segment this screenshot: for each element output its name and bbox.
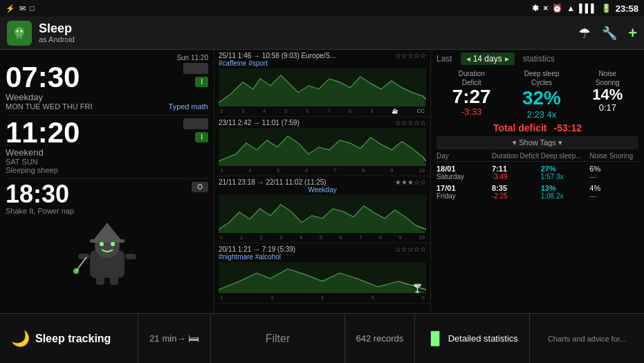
detailed-stats-section[interactable]: ▐▌ Detailed statistics: [415, 314, 530, 363]
show-tags-button[interactable]: ▾ Show Tags ▾: [436, 136, 638, 149]
show-tags-label: Show Tags: [519, 138, 556, 147]
record-4-chart: 🍸: [219, 262, 426, 293]
svg-rect-1: [17, 35, 19, 39]
row-2-date: 17/01: [436, 184, 492, 192]
alarm-1-slider[interactable]: [183, 63, 208, 74]
row-2-dur-val: 8:35: [492, 184, 541, 192]
svg-point-14: [73, 268, 79, 274]
alarm-2-slider[interactable]: [183, 118, 208, 129]
record-2-ticks: 345678910: [219, 167, 426, 174]
table-row-1[interactable]: 18/01 Saturday 7:11 -3:49 27% 1:57 3x 6%…: [436, 163, 638, 183]
row-1-deep-sub: 1:57 3x: [541, 173, 590, 180]
tab-statistics[interactable]: statistics: [523, 54, 555, 64]
sleep-tracking-label: Sleep tracking: [35, 333, 111, 345]
deep-sleep-value: 32%: [522, 87, 561, 109]
sleep-record-3[interactable]: 21/11 23:18 → 22/11 11:02 (11:25) ★★★☆☆ …: [214, 176, 430, 243]
noise-col: NoiseSnoring 14% 0:17: [592, 69, 623, 120]
bed-icon: 🛏: [188, 333, 199, 345]
divider-1: [6, 115, 208, 115]
noise-label: NoiseSnoring: [592, 69, 623, 87]
record-1-header: 25/11 1:46 → 10:58 (9:03) Europe/S... ☆☆…: [219, 52, 426, 59]
app-subtitle: as Android: [39, 35, 75, 44]
col-duration-header: Duration Deficit: [492, 152, 541, 160]
noise-value: 14%: [592, 87, 623, 102]
alarm-1-label: Weekday: [6, 92, 80, 102]
row-2-day: 17/01 Friday: [436, 184, 492, 200]
svg-rect-8: [90, 239, 125, 243]
clock-time: 23:58: [616, 3, 638, 14]
android-mascot-svg: [73, 219, 142, 288]
signal-icon: ▌▌▌: [579, 3, 597, 13]
table-row-2[interactable]: 17/01 Friday 8:35 -2:25 13% 1:08 2x 4% —: [436, 183, 638, 202]
left-panel: Sun 11:20 07:30 Weekday I MON TUE WED TH…: [0, 50, 214, 313]
row-2-duration: 8:35 -2:25: [492, 184, 541, 200]
svg-point-9: [100, 242, 104, 246]
status-bar: ⚡ ✉ □ ✱ × ⏰ ▲ ▌▌▌ 🔋 23:58: [0, 0, 644, 17]
table-header: Day Duration Deficit Deep sleep... Noise…: [436, 152, 638, 162]
sleep-record-4[interactable]: 20/11 1:21 → 7:19 (5:39) ☆☆☆☆☆ #nightmar…: [214, 243, 430, 304]
sleep-record-2[interactable]: 23/11 2:42 → 11:01 (7:59) ☆☆☆☆☆ 34567891…: [214, 117, 430, 176]
alarm-2-label: Weekend: [6, 147, 80, 158]
alarm-2-sound-name: Sleeping sheep: [6, 166, 208, 174]
record-1-chart: [219, 68, 426, 106]
record-3-stars: ★★★☆☆: [395, 178, 426, 186]
bottom-bar: 🌙 Sleep tracking 21 min→ 🛏 Filter 642 re…: [0, 313, 644, 363]
alarm-1-toggle[interactable]: I: [195, 77, 208, 87]
umbrella-icon[interactable]: ☂: [578, 25, 591, 41]
record-4-stars: ☆☆☆☆☆: [395, 245, 426, 253]
alarm-row-2: 11:20 Weekend I: [6, 118, 208, 158]
svg-rect-12: [125, 254, 136, 259]
alarm-2-info: 11:20 Weekend: [6, 118, 80, 158]
deep-sleep-sub: 2:23 4x: [522, 109, 561, 120]
svg-rect-16: [110, 277, 118, 285]
alarm-2-controls: I: [183, 118, 208, 142]
deep-sleep-col: Deep sleepCycles 32% 2:23 4x: [522, 69, 561, 120]
status-right: ✱ × ⏰ ▲ ▌▌▌ 🔋 23:58: [532, 3, 638, 14]
app-title: Sleep: [39, 22, 75, 36]
col-noise-header: Noise Snoring: [589, 152, 638, 160]
sleep-tracking-section[interactable]: 🌙 Sleep tracking: [0, 314, 138, 363]
record-4-time: 20/11 1:21 → 7:19 (5:39): [219, 245, 295, 253]
alarm-row-3: 18:30 O: [6, 182, 208, 207]
time-info-section: 21 min→ 🛏: [138, 314, 211, 363]
mail-icon: ✉: [19, 4, 26, 13]
triangle-left-icon: ◀: [466, 56, 470, 62]
alarm-2-time: 11:20: [6, 118, 80, 147]
record-2-time: 23/11 2:42 → 11:01 (7:59): [219, 119, 300, 127]
row-1-dur-val: 7:11: [492, 165, 541, 173]
record-1-stars: ☆☆☆☆☆: [395, 52, 426, 59]
filter-section[interactable]: Filter: [211, 314, 344, 363]
tab-14-days[interactable]: ◀ 14 days ▶: [461, 53, 515, 65]
bluetooth-icon: ✱: [532, 3, 539, 13]
status-left-icons: ⚡ ✉ □: [6, 4, 35, 13]
notification-icon: ×: [543, 3, 548, 13]
add-icon[interactable]: +: [628, 24, 637, 42]
alarm-1-info: 07:30 Weekday: [6, 63, 80, 102]
triangle-right-icon: ▶: [505, 56, 509, 62]
records-section: 642 records: [345, 314, 416, 363]
alarm-3-time: 18:30: [6, 182, 69, 207]
settings-icon[interactable]: 🔧: [602, 26, 617, 41]
app-icon-status: □: [30, 4, 35, 12]
alarm-1-controls: I: [183, 63, 208, 87]
svg-text:🍸: 🍸: [412, 283, 423, 293]
alarm-2-toggle[interactable]: I: [195, 132, 208, 142]
main-content: Sun 11:20 07:30 Weekday I MON TUE WED TH…: [0, 50, 644, 313]
svg-point-3: [17, 30, 19, 32]
row-1-noise-val: 6%: [589, 165, 638, 173]
alarm-3-toggle[interactable]: O: [192, 182, 208, 192]
record-3-ticks: 012345678910: [219, 234, 426, 241]
row-2-noise-val: 4%: [589, 184, 638, 192]
noise-sub: 0:17: [592, 102, 623, 113]
mascot-area: [6, 219, 208, 288]
record-2-stars: ☆☆☆☆☆: [395, 119, 426, 127]
total-deficit-value: -53:12: [554, 122, 582, 133]
svg-rect-15: [96, 277, 104, 285]
usb-icon: ⚡: [6, 4, 15, 13]
sleep-record-1[interactable]: 25/11 1:46 → 10:58 (9:03) Europe/S... ☆☆…: [214, 50, 430, 117]
record-2-header: 23/11 2:42 → 11:01 (7:59) ☆☆☆☆☆: [219, 119, 426, 127]
battery-icon: 🔋: [601, 3, 611, 13]
charts-advice-section: Charts and advice for...: [530, 314, 644, 363]
tab-last[interactable]: Last: [436, 54, 452, 64]
record-2-chart: [219, 128, 426, 166]
